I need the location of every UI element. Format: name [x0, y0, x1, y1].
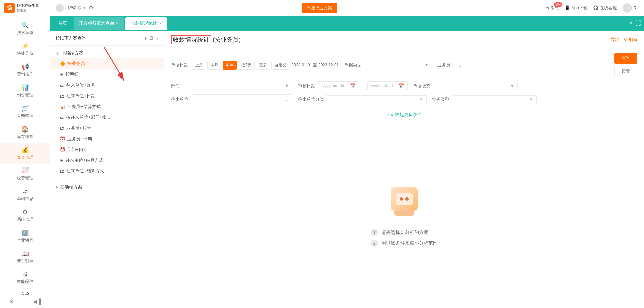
tree-item-salesman-account[interactable]: 🗂 业务员+账号: [50, 123, 164, 134]
tab-bank-flow[interactable]: 现金银行流水查询 ×: [74, 17, 124, 30]
inventory-icon: 🏠: [21, 125, 29, 133]
mobile-scheme-title[interactable]: ▶ 移动端方案: [50, 182, 164, 192]
tree-item-unit-date[interactable]: 🗂 往来单位+日期: [50, 91, 164, 101]
salesman-more-button[interactable]: ...: [458, 62, 463, 68]
tree-item-unit-account[interactable]: 🗂 往来单位+账号: [50, 80, 164, 91]
scheme-settings-icon[interactable]: ⚙: [149, 35, 154, 41]
biz-type-select[interactable]: ▼: [453, 95, 537, 103]
tree-item-salesman-settle[interactable]: 📊 业务员+结算方式: [50, 101, 164, 112]
online-service-button[interactable]: 🎧 在线客服: [593, 5, 617, 11]
sidebar-item-search-menu[interactable]: 🔍 搜索菜单: [0, 18, 50, 39]
enterprise-icon: 🏢: [21, 229, 29, 237]
top-header: 用户名称 ▼ ⚙ 体验行业方案 ✉ 消息 99+ 📱 App下载 🎧 在线客服 …: [50, 0, 644, 16]
partner-select[interactable]: ...: [192, 94, 292, 104]
export-button[interactable]: ↑ 导出: [607, 37, 620, 43]
tree-item-unit-settle1[interactable]: ⊞ 往来单位+结算方式: [50, 155, 164, 166]
date-btn-last-month[interactable]: 上月: [192, 61, 206, 70]
collapse-more-bar[interactable]: ∧∧ 收起更多条件: [171, 108, 637, 121]
logo-badge: 标准版: [17, 8, 39, 13]
refresh-button[interactable]: ↻ 刷新: [624, 37, 637, 43]
doc-status-arrow-icon: ▼: [510, 84, 514, 88]
by-salesman-icon: 🔶: [60, 61, 65, 66]
sidebar-item-basic[interactable]: 🗂 基础信息: [0, 185, 50, 205]
sidebar-item-purchase[interactable]: 🛒 采购管理: [0, 101, 50, 122]
tab-close-bank-flow[interactable]: ×: [116, 21, 119, 26]
service-icon: 🎧: [593, 5, 598, 10]
pc-scheme-title[interactable]: ▼ 电脑端方案: [50, 48, 164, 58]
tab-close-all-button[interactable]: ×: [629, 20, 633, 27]
doc-status-select[interactable]: ▼: [434, 82, 518, 90]
trial-button[interactable]: 体验行业方案: [302, 3, 337, 13]
export-icon: ↑: [607, 37, 610, 42]
unit-account-icon: 🗂: [60, 83, 64, 88]
partner-dots-button[interactable]: ...: [284, 96, 289, 102]
page-title-bar: 收款情况统计 (按业务员) ↑ 导出 ↻ 刷新: [164, 31, 644, 48]
sidebar-item-enterprise-wx[interactable]: 💬 企业微信: [0, 288, 50, 295]
sidebar-collapse-icon[interactable]: ◀▐: [33, 298, 41, 305]
sidebar-item-marketing[interactable]: 📢 营销推广: [0, 60, 50, 81]
message-icon: ✉: [545, 5, 549, 10]
tree-item-salesman-date[interactable]: ⏰ 业务员+日期: [50, 134, 164, 144]
by-detail-icon: ⊞: [60, 72, 64, 77]
sidebar-item-enterprise[interactable]: 🏢 企业协同: [0, 226, 50, 247]
filter-date-item: 单据日期 上月 本月 本年 近7天 更多 自定义 2023-01-01 至 20…: [171, 61, 339, 70]
dept-arrow-icon: ▼: [285, 84, 289, 88]
biz-type-arrow-icon: ▼: [529, 97, 533, 101]
tab-collection-stat[interactable]: 收款情况统计 ×: [125, 17, 167, 30]
sidebar-item-inventory[interactable]: 🏠 库存核算: [0, 122, 50, 143]
main-area: 用户名称 ▼ ⚙ 体验行业方案 ✉ 消息 99+ 📱 App下载 🎧 在线客服 …: [50, 0, 644, 308]
settings-button[interactable]: 设置: [614, 66, 637, 77]
app-download-icon: 📱: [565, 5, 570, 10]
doc-type-select[interactable]: ▼: [365, 61, 432, 69]
filter-row-2: 部门 ▼ 审核日期 yyyy-mm-dd 📅 —: [171, 81, 637, 90]
tree-item-by-detail[interactable]: ⊞ 按明细: [50, 69, 164, 80]
sidebar-item-sales[interactable]: 📊 销售管理: [0, 81, 50, 101]
sidebar-item-operation[interactable]: 📈 经营管理: [0, 164, 50, 185]
calendar-from-icon: 📅: [350, 83, 355, 88]
date-range-text: 2023-01-01 至 2023-12-31: [291, 62, 339, 68]
mobile-scheme-section: ▶ 移动端方案: [50, 179, 164, 195]
query-button[interactable]: 查询: [614, 53, 637, 64]
partner-category-select[interactable]: ▼: [326, 95, 427, 103]
sidebar-item-fund[interactable]: 💰 资金管理: [0, 143, 50, 164]
date-btn-this-month[interactable]: 本月: [207, 61, 221, 70]
app-download-button[interactable]: 📱 App下载: [565, 5, 588, 11]
user-name-text: Rit: [633, 5, 639, 10]
date-btn-custom[interactable]: 自定义: [271, 61, 289, 70]
sidebar-item-guide[interactable]: 📖 新手引导: [0, 247, 50, 267]
audit-date-to[interactable]: yyyy-mm-dd 📅: [367, 81, 408, 90]
sidebar-item-quick-nav[interactable]: ⚡ 快捷导航: [0, 39, 50, 60]
add-scheme-button[interactable]: +: [144, 35, 147, 41]
tree-item-dept-date[interactable]: ⏰ 部门+日期: [50, 144, 164, 155]
left-panel-title: 按以下方案查询: [56, 35, 141, 41]
tree-item-unit-settle2[interactable]: 🗂 往来单位+结算方式: [50, 166, 164, 176]
sidebar-settings-icon[interactable]: ⚙: [9, 298, 14, 305]
salesman-account-icon: 🗂: [60, 125, 64, 131]
doc-type-label: 单据类型: [344, 62, 363, 68]
dept-select[interactable]: ▼: [192, 82, 292, 90]
empty-illustration: [384, 187, 424, 221]
message-button[interactable]: ✉ 消息 99+: [545, 5, 559, 11]
doc-status-label: 单据状态: [413, 83, 432, 89]
audit-date-from[interactable]: yyyy-mm-dd 📅: [319, 81, 359, 90]
filter-audit-date-item: 审核日期 yyyy-mm-dd 📅 — yyyy-mm-dd 📅: [298, 81, 408, 90]
collapse-panel-icon[interactable]: «: [156, 35, 159, 41]
sidebar-item-smart-hw[interactable]: 🖨 智能硬件: [0, 267, 50, 288]
date-btn-more[interactable]: 更多: [256, 61, 270, 70]
sidebar-item-system[interactable]: ⚙ 系统管理: [0, 205, 50, 226]
tab-maximize-button[interactable]: ⛶: [635, 20, 641, 27]
user-info: 用户名称 ▼: [56, 4, 86, 12]
user-dropdown-arrow-icon[interactable]: ▼: [83, 6, 86, 10]
tab-home[interactable]: 首页: [53, 17, 72, 30]
empty-step-2: 2 用过滤条件来缩小分析范围: [371, 240, 438, 247]
tree-item-by-salesman[interactable]: 🔶 按业务员: [50, 58, 164, 69]
empty-step-1: 1 请先选择要分析的方案: [371, 229, 438, 236]
date-btn-7days[interactable]: 近7天: [238, 61, 255, 70]
settings-gear-icon[interactable]: ⚙: [89, 5, 93, 11]
tab-close-collection-stat[interactable]: ×: [159, 21, 162, 26]
tree-item-unit-dept-collect[interactable]: 🗂 按往来单位+部门+收...: [50, 112, 164, 123]
step-1-number: 1: [371, 229, 378, 236]
date-btn-this-year[interactable]: 本年: [223, 61, 237, 70]
salesman-settle-icon: 📊: [60, 104, 65, 109]
page-title: 收款情况统计 (按业务员): [171, 35, 241, 44]
